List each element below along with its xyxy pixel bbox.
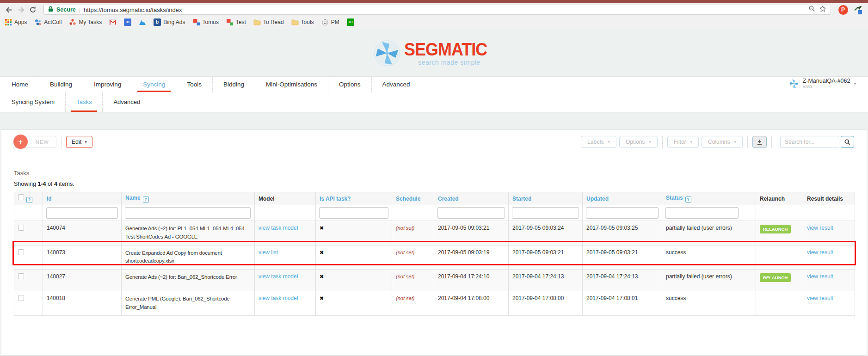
search-input[interactable]: [780, 136, 839, 148]
filter-input-is-api-task[interactable]: [319, 207, 388, 219]
filter-input-status[interactable]: [665, 207, 739, 219]
bookmark-folder-to-read[interactable]: To Read: [253, 18, 284, 26]
folder-icon: [291, 18, 299, 26]
api-false-icon: ✖: [320, 274, 324, 280]
options-dropdown-button[interactable]: Options▾: [619, 136, 658, 148]
reload-button[interactable]: [29, 6, 37, 14]
cell-started: 2017-09-04 17:24:13: [509, 270, 583, 291]
bookmark-my-tasks[interactable]: My Tasks: [69, 18, 102, 26]
bookmark-gmail[interactable]: [109, 18, 117, 26]
bookmark-star-icon[interactable]: [819, 5, 826, 14]
bookmark-analytics[interactable]: [139, 18, 146, 26]
api-false-icon: ✖: [320, 225, 324, 231]
bookmark-calendar[interactable]: 31: [124, 18, 131, 26]
cell-status: success: [662, 291, 756, 316]
tab-home[interactable]: Home: [1, 77, 39, 92]
bing-icon: b: [154, 18, 161, 26]
tab-syncing[interactable]: Syncing: [132, 77, 176, 92]
view-task-model-link[interactable]: view task model: [259, 295, 298, 301]
view-result-link[interactable]: view result: [807, 295, 833, 301]
content-panel: NEW + Edit▾ Labels▾ Options▾ Filter▾ Col…: [1, 129, 867, 356]
subtab-syncing-system[interactable]: Syncing System: [1, 92, 66, 112]
tab-advanced[interactable]: Advanced: [372, 77, 421, 92]
apps-shortcut[interactable]: Apps: [5, 18, 27, 26]
user-menu[interactable]: Z-ManualQA-#062 #280 ▾: [789, 78, 856, 89]
tab-bidding[interactable]: Bidding: [213, 77, 255, 92]
filter-input-id[interactable]: [46, 207, 118, 219]
tab-options[interactable]: Options: [328, 77, 372, 92]
secure-label: Secure: [56, 6, 76, 13]
tomus-tiles-icon: [193, 18, 200, 26]
row-checkbox[interactable]: [18, 295, 24, 301]
bookmark-test[interactable]: Test: [226, 18, 246, 26]
view-result-link[interactable]: view result: [807, 273, 833, 280]
new-button[interactable]: NEW +: [15, 136, 56, 148]
filter-input-started[interactable]: [512, 207, 579, 219]
action-toolbar: NEW + Edit▾ Labels▾ Options▾ Filter▾ Col…: [1, 130, 867, 148]
browser-toolbar: Secure | https://tomus.segmatic.io/tasks…: [0, 3, 868, 16]
table-row-140018: 140018 Generate PML (Google): Ban_062_Sh…: [14, 291, 855, 316]
tab-mini-optimisations[interactable]: Mini-Optimisations: [255, 77, 328, 92]
edit-dropdown-button[interactable]: Edit▾: [66, 136, 92, 148]
col-status[interactable]: Status?: [662, 192, 756, 205]
pm-face-icon: [321, 18, 329, 26]
bookmark-tc[interactable]: TC: [347, 18, 354, 26]
tab-improving[interactable]: Improving: [83, 77, 132, 92]
labels-dropdown-button[interactable]: Labels▾: [581, 136, 616, 148]
view-list-link[interactable]: view list: [259, 249, 278, 256]
col-is-api-task[interactable]: Is API task?: [316, 192, 392, 205]
select-all-checkbox[interactable]: [18, 194, 24, 200]
extension-p-icon[interactable]: P: [837, 4, 849, 15]
col-updated[interactable]: Updated: [583, 192, 662, 205]
row-checkbox[interactable]: [18, 273, 24, 279]
bookmark-folder-tools[interactable]: Tools: [291, 18, 314, 26]
row-checkbox[interactable]: [18, 249, 24, 255]
view-result-link[interactable]: view result: [807, 249, 833, 256]
export-download-button[interactable]: [752, 136, 767, 148]
url-bar[interactable]: Secure | https://tomus.segmatic.io/tasks…: [43, 5, 831, 15]
extension-colorpicker-icon[interactable]: [852, 4, 863, 15]
col-created[interactable]: Created: [434, 192, 509, 205]
bookmark-actcoll[interactable]: ActColl: [34, 18, 62, 26]
bookmark-pm[interactable]: PM: [321, 18, 339, 26]
tab-tools[interactable]: Tools: [176, 77, 213, 92]
chevron-down-icon: ▾: [85, 140, 87, 144]
relaunch-button[interactable]: RELAUNCH: [760, 273, 791, 282]
bookmark-bing-ads[interactable]: b Bing Ads: [154, 18, 185, 26]
filter-input-created[interactable]: [437, 207, 505, 219]
view-result-link[interactable]: view result: [807, 225, 833, 231]
tc-icon: TC: [347, 18, 354, 26]
gmail-icon: [109, 18, 117, 26]
toolbar-divider: [747, 136, 748, 148]
view-task-model-link[interactable]: view task model: [259, 273, 298, 280]
relaunch-button[interactable]: RELAUNCH: [760, 225, 791, 233]
help-icon[interactable]: ?: [685, 196, 691, 203]
cell-schedule: (not set): [396, 250, 414, 255]
filter-input-name[interactable]: [125, 207, 251, 219]
columns-dropdown-button[interactable]: Columns▾: [702, 136, 743, 148]
back-button[interactable]: [5, 6, 13, 14]
col-started[interactable]: Started: [509, 192, 583, 205]
subtab-advanced[interactable]: Advanced: [103, 92, 151, 112]
tab-building[interactable]: Building: [39, 77, 83, 92]
cell-created: 2017-09-05 09:03:19: [434, 245, 509, 270]
filter-row: [14, 205, 855, 221]
forward-button[interactable]: [17, 6, 25, 14]
filter-input-updated[interactable]: [586, 207, 659, 219]
search-button[interactable]: [841, 136, 854, 148]
col-schedule[interactable]: Schedule: [392, 192, 434, 205]
cell-name: Generate Ads (~2) for: Ban_062_Shortcode…: [122, 270, 255, 291]
help-icon[interactable]: ?: [26, 197, 32, 203]
col-id[interactable]: Id: [43, 192, 122, 205]
chevron-down-icon: ▾: [734, 140, 736, 144]
row-checkbox[interactable]: [18, 225, 24, 231]
col-name[interactable]: Name?: [122, 192, 255, 205]
cell-schedule: (not set): [396, 225, 414, 231]
filter-dropdown-button[interactable]: Filter▾: [667, 136, 699, 148]
subtab-tasks[interactable]: Tasks: [66, 92, 103, 112]
zoom-icon[interactable]: [808, 5, 816, 14]
analytics-icon: [139, 18, 146, 26]
view-task-model-link[interactable]: view task model: [259, 225, 298, 231]
help-icon[interactable]: ?: [143, 196, 149, 203]
bookmark-tomus[interactable]: Tomus: [193, 18, 219, 26]
